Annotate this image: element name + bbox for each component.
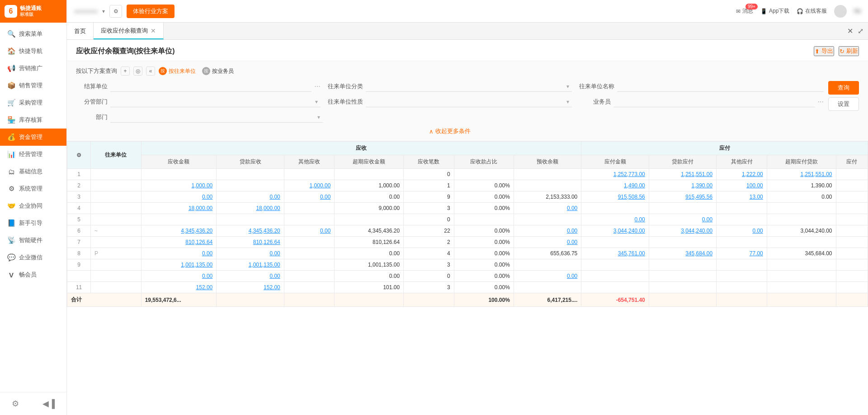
department-select[interactable]: ▾ (110, 112, 323, 123)
row-ap-loan[interactable]: 3,044,240.00 (649, 225, 716, 237)
row-ap-other[interactable]: 0.00 (717, 225, 767, 237)
row-ap-other[interactable]: 100.00 (717, 180, 767, 191)
row-ap-other[interactable]: 13.00 (717, 191, 767, 203)
row-ar-amount[interactable]: 810,126.64 (141, 237, 217, 248)
tab-close-window-btn[interactable]: ✕ (847, 27, 853, 35)
row-ap-other[interactable]: 1,222.00 (717, 169, 767, 180)
sidebar-collapse-btn[interactable]: ◀▐ (39, 397, 58, 410)
sidebar-item-operation[interactable]: 📊 经营管理 (0, 146, 66, 163)
row-ap-loan[interactable]: 1,251,551.00 (649, 169, 716, 180)
add-scheme-btn[interactable]: + (121, 67, 130, 76)
row-ar-amount[interactable]: 1,000.00 (141, 180, 217, 191)
row-ar-prepay[interactable]: 0.00 (514, 203, 581, 214)
settlement-unit-dots[interactable]: ··· (314, 82, 320, 91)
sidebar-item-system[interactable]: ⚙ 系统管理 (0, 180, 66, 197)
row-ar-amount[interactable]: 4,345,436.20 (141, 225, 217, 237)
solution-button[interactable]: 体验行业方案 (127, 5, 175, 18)
sidebar-item-basic[interactable]: 🗂 基础信息 (0, 163, 66, 180)
scheme-by-partner[interactable]: 按 按往来单位 (159, 67, 196, 75)
refresh-button[interactable]: ↻ 刷新 (839, 46, 859, 56)
th-settings[interactable]: ⚙ (67, 142, 91, 169)
row-ar-amount[interactable]: 0.00 (141, 248, 217, 259)
row-ap-loan[interactable]: 1,390.00 (649, 180, 716, 191)
row-ar-amount[interactable]: 0.00 (141, 191, 217, 203)
salesperson-dots[interactable]: ··· (818, 98, 824, 106)
username-label[interactable]: Rit (854, 8, 861, 14)
row-ar-loan[interactable]: 4,345,436.20 (217, 225, 284, 237)
row-ap-loan[interactable]: 345,684.00 (649, 248, 716, 259)
row-ar-amount[interactable]: 1,001,135.00 (141, 259, 217, 271)
row-ar-count: 0 (404, 271, 454, 282)
sidebar-item-member[interactable]: V 畅会员 (0, 266, 66, 283)
row-ar-prepay[interactable]: 0.00 (514, 237, 581, 248)
row-ap-amount[interactable]: 1,490.00 (581, 180, 649, 191)
topbar-dropdown-btn[interactable]: ▾ (102, 8, 105, 14)
row-ar-amount[interactable]: 152.00 (141, 282, 217, 293)
row-ar-amount[interactable]: 0.00 (141, 271, 217, 282)
dept-select[interactable]: ▾ (110, 96, 321, 107)
row-ap-loan[interactable]: 0.00 (649, 214, 716, 225)
sidebar-item-cooperation[interactable]: 🤝 企业协同 (0, 197, 66, 215)
row-ar-loan[interactable]: 0.00 (217, 271, 284, 282)
row-ar-amount[interactable]: 18,000.00 (141, 203, 217, 214)
salesperson-input[interactable] (613, 96, 815, 107)
query-button[interactable]: 查询 (828, 81, 859, 95)
row-ar-prepay[interactable]: 0.00 (514, 271, 581, 282)
setup-button[interactable]: 设置 (828, 97, 859, 111)
sidebar-item-quick-nav[interactable]: 🏠 快捷导航 (0, 43, 66, 60)
topbar-settings-icon[interactable]: ⚙ (109, 5, 122, 18)
message-btn[interactable]: ✉ 消息 99+ (736, 7, 753, 15)
row-ar-prepay[interactable]: 0.00 (514, 225, 581, 237)
tab-expand-btn[interactable]: ⤢ (858, 27, 863, 35)
sidebar-item-wechat[interactable]: 💬 企业微信 (0, 249, 66, 266)
row-ar-other[interactable]: 1,000.00 (284, 180, 335, 191)
sidebar-item-marketing[interactable]: 📢 营销推广 (0, 60, 66, 77)
edit-scheme-btn[interactable]: ◎ (133, 67, 142, 76)
tab-receivables[interactable]: 应收应付余额查询 ✕ (94, 23, 164, 39)
partner-name-input[interactable] (617, 81, 824, 92)
export-button[interactable]: ⬆ 导出 (814, 46, 834, 56)
row-ar-loan[interactable]: 152.00 (217, 282, 284, 293)
row-ap-amount[interactable]: 1,252,773.00 (581, 169, 649, 180)
tab-home[interactable]: 首页 (67, 23, 94, 39)
row-ar-loan[interactable]: 1,001,135.00 (217, 259, 284, 271)
scheme-by-salesperson[interactable]: 按 按业务员 (202, 67, 234, 75)
sidebar-settings-btn[interactable]: ⚙ (8, 397, 23, 410)
table-row: 6 ~ 4,345,436.20 4,345,436.20 0.00 4,345… (67, 225, 868, 237)
row-ar-loan (217, 180, 284, 191)
partner-category-select[interactable]: ▾ (366, 81, 572, 92)
app-download-btn[interactable]: 📱 App下载 (760, 7, 789, 15)
row-ap-overdue (767, 237, 836, 248)
partner-nature-select[interactable]: ▾ (366, 96, 572, 107)
online-service-btn[interactable]: 🎧 在线客服 (797, 7, 827, 15)
row-ap-amount[interactable]: 345,761.00 (581, 248, 649, 259)
row-no: 1 (67, 169, 91, 180)
row-ap-amount[interactable]: 3,044,240.00 (581, 225, 649, 237)
sidebar-item-sales[interactable]: 📦 销售管理 (0, 77, 66, 94)
row-ap-overdue[interactable]: 1,251,551.00 (767, 169, 836, 180)
row-ap-amount[interactable]: 915,508.56 (581, 191, 649, 203)
collapse-btn[interactable]: ∧ 收起更多条件 (76, 127, 824, 135)
sidebar-item-purchase[interactable]: 🛒 采购管理 (0, 94, 66, 111)
row-ar-other[interactable]: 0.00 (284, 225, 335, 237)
row-ar-loan[interactable]: 18,000.00 (217, 203, 284, 214)
row-ar-loan[interactable]: 0.00 (217, 191, 284, 203)
row-ap-amount[interactable]: 0.00 (581, 214, 649, 225)
row-ar-loan[interactable]: 0.00 (217, 248, 284, 259)
sidebar-item-search-menu[interactable]: 🔍 搜索菜单 (0, 25, 66, 43)
sidebar-item-guide[interactable]: 📘 新手引导 (0, 215, 66, 232)
row-ar-loan[interactable]: 810,126.64 (217, 237, 284, 248)
tab-close-icon[interactable]: ✕ (151, 27, 156, 34)
sidebar-item-inventory[interactable]: 🏪 库存核算 (0, 111, 66, 129)
table-wrap[interactable]: ⚙ 往来单位 应收 应付 应收金额 贷款应收 其他应收 超期应收金额 应收笔数 … (67, 141, 868, 415)
scheme-back-btn[interactable]: « (146, 67, 155, 76)
sidebar-item-hardware[interactable]: 📡 智能硬件 (0, 232, 66, 249)
sidebar-item-finance[interactable]: 💰 资金管理 (0, 129, 66, 146)
row-ap-loan[interactable]: 915,495.56 (649, 191, 716, 203)
settlement-unit-input[interactable] (110, 81, 311, 92)
row-ap-other[interactable]: 77.00 (717, 248, 767, 259)
row-ar-other[interactable]: 0.00 (284, 191, 335, 203)
row-ap-tail (836, 237, 868, 248)
table-settings-icon[interactable]: ⚙ (76, 152, 81, 158)
table-row: 4 18,000.00 18,000.00 9,000.00 3 0.00% 0… (67, 203, 868, 214)
